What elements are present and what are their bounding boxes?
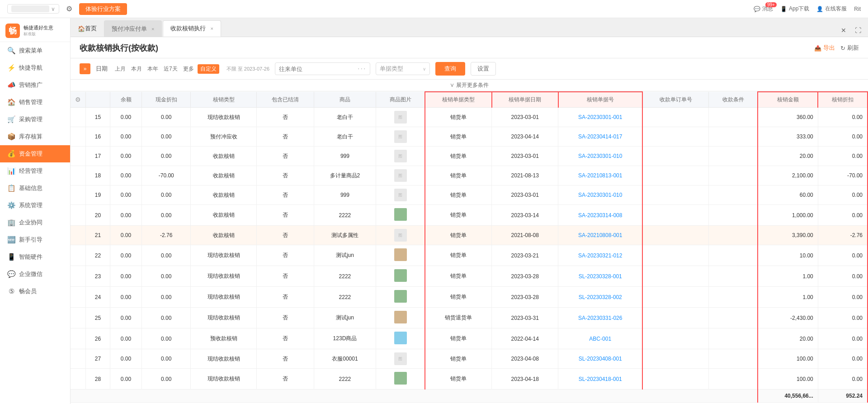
sidebar-item-sales[interactable]: 🏠 销售管理	[0, 94, 70, 111]
tab-close-window-btn[interactable]: ✕	[837, 24, 850, 37]
sidebar-item-system[interactable]: ⚙️ 系统管理	[0, 197, 70, 214]
online-service-btn[interactable]: 👤 在线客服	[816, 5, 847, 13]
filter-date-this-year[interactable]: 本年	[146, 64, 160, 74]
td-receipt-condition	[709, 127, 758, 147]
td-settings	[71, 226, 86, 245]
sidebar-item-search[interactable]: 🔍 搜索菜单	[0, 42, 70, 59]
td-receipt-order-no	[642, 147, 708, 166]
sidebar-item-marketing[interactable]: 📣 营销推广	[0, 76, 70, 94]
th-included-settled: 包含已结清	[256, 92, 314, 108]
td-voucher-date: 2023-03-28	[492, 266, 558, 287]
sidebar-item-guide[interactable]: 🆕 新手引导	[0, 231, 70, 248]
sidebar-item-hardware[interactable]: 📱 智能硬件	[0, 248, 70, 266]
org-chevron-icon: ∨	[51, 6, 55, 12]
settings-icon[interactable]: ⚙	[63, 3, 75, 15]
td-voucher-date: 2022-04-14	[492, 328, 558, 349]
system-icon: ⚙️	[7, 201, 15, 209]
th-seq	[86, 92, 110, 108]
refresh-btn[interactable]: ↻ 刷新	[840, 44, 859, 52]
sidebar-item-finance[interactable]: 💰 资金管理	[0, 145, 70, 162]
th-settings[interactable]: ⚙	[71, 92, 86, 108]
sidebar-label-finance: 资金管理	[19, 150, 42, 158]
td-product: 999	[314, 147, 376, 166]
sidebar-item-quick[interactable]: ⚡ 快捷导航	[0, 59, 70, 76]
td-seq: 22	[86, 245, 110, 266]
td-write-off-type: 现结收款核销	[191, 287, 257, 308]
filter-date-last-month[interactable]: 上月	[113, 64, 127, 74]
sidebar-label-quick: 快捷导航	[19, 64, 42, 72]
member-icon: ⑤	[7, 287, 15, 295]
td-included-settled: 否	[256, 328, 314, 349]
td-cash-discount: 0.00	[142, 287, 191, 308]
td-receipt-order-no	[642, 287, 708, 308]
table-area[interactable]: ⚙ 余额 现金折扣 核销类型 包含已结清 商品 商品图片 核销单据类型 核销单据…	[71, 91, 868, 404]
td-cash-discount: -70.00	[142, 166, 191, 185]
tab-prepay-close[interactable]: ×	[151, 26, 154, 32]
td-product-image: 图	[376, 147, 425, 166]
td-product-image: 图	[376, 166, 425, 185]
tab-prepay-label: 预付冲应付单	[112, 25, 147, 33]
table-row: 24 0.00 0.00 现结收款核销 否 2222 销货单 2023-03-2…	[71, 287, 868, 308]
page-header: 收款核销执行(按收款) 📤 导出 ↻ 刷新	[71, 37, 868, 58]
app-icon: 📱	[780, 6, 787, 12]
user-profile[interactable]: Rit	[854, 6, 861, 12]
td-voucher-date: 2023-03-28	[492, 287, 558, 308]
td-receipt-condition	[709, 166, 758, 185]
td-balance: 0.00	[110, 328, 142, 349]
export-icon: 📤	[814, 45, 821, 52]
table-body: 15 0.00 0.00 现结收款核销 否 老白干 图 销货单 2023-03-…	[71, 108, 868, 390]
tab-expand-btn[interactable]: ⛶	[852, 24, 864, 37]
filter-expand-btn[interactable]: »	[80, 63, 90, 74]
partner-search-input[interactable]	[279, 66, 355, 72]
tab-actions: ✕ ⛶	[837, 24, 868, 37]
logo-text-block: 畅捷通好生意 标准版	[24, 24, 53, 37]
td-product: 999	[314, 185, 376, 205]
col-settings-icon[interactable]: ⚙	[75, 96, 81, 103]
footer-total-discount: 952.24	[818, 390, 868, 403]
app-download-btn[interactable]: 📱 App下载	[780, 5, 809, 13]
filter-date-more[interactable]: 更多	[181, 64, 196, 74]
sidebar-item-inventory[interactable]: 📦 库存核算	[0, 128, 70, 145]
filter-date-label: 日期	[96, 65, 108, 73]
tab-prepay[interactable]: 预付冲应付单 ×	[104, 20, 162, 37]
sidebar-label-purchase: 采购管理	[19, 115, 42, 124]
tab-collection-close[interactable]: ×	[210, 26, 213, 31]
td-cash-discount: 0.00	[142, 369, 191, 390]
td-included-settled: 否	[256, 127, 314, 147]
tab-collection-label: 收款核销执行	[170, 24, 206, 33]
td-voucher-date: 2023-03-01	[492, 108, 558, 127]
filter-date-custom[interactable]: 自定义	[198, 64, 219, 74]
sidebar-item-basic[interactable]: 📋 基础信息	[0, 180, 70, 197]
sidebar-item-wechat[interactable]: 💬 企业微信	[0, 266, 70, 283]
tab-collection[interactable]: 收款核销执行 ×	[163, 20, 221, 37]
td-receipt-order-no	[642, 328, 708, 349]
sidebar-item-enterprise[interactable]: 🏢 企业协同	[0, 214, 70, 231]
message-btn[interactable]: 💬 消息 99+	[754, 5, 773, 13]
td-write-off-type: 收款核销	[191, 226, 257, 245]
td-settings	[71, 185, 86, 205]
tab-home[interactable]: 🏠 首页	[71, 20, 104, 37]
td-included-settled: 否	[256, 245, 314, 266]
table-row: 25 0.00 0.00 现结收款核销 否 测试jun 销货退货单 2023-0…	[71, 308, 868, 328]
td-balance: 0.00	[110, 166, 142, 185]
sidebar-item-purchase[interactable]: 🛒 采购管理	[0, 111, 70, 128]
filter-date-this-month[interactable]: 本月	[129, 64, 144, 74]
sidebar-item-member[interactable]: ⑤ 畅会员	[0, 283, 70, 300]
sidebar-label-member: 畅会员	[19, 287, 37, 295]
td-product-image	[376, 266, 425, 287]
td-write-off-amount: 10.00	[758, 245, 818, 266]
filter-partner-input[interactable]: ···	[275, 62, 370, 75]
query-btn[interactable]: 查询	[435, 62, 465, 76]
expand-more-btn[interactable]: ∨ 展开更多条件	[450, 81, 488, 89]
settings-btn[interactable]: 设置	[471, 62, 496, 76]
filter-voucher-type-select[interactable]: 单据类型 ∨	[376, 62, 430, 75]
industry-btn[interactable]: 体验行业方案	[79, 3, 127, 15]
td-voucher-date: 2023-03-01	[492, 185, 558, 205]
export-btn[interactable]: 📤 导出	[814, 44, 835, 52]
filter-date-7days[interactable]: 近7天	[162, 64, 179, 74]
sidebar-item-business[interactable]: 📊 经营管理	[0, 162, 70, 180]
top-bar-right: 💬 消息 99+ 📱 App下载 👤 在线客服 Rit	[754, 5, 861, 13]
td-voucher-no: SL-20230408-001	[558, 349, 642, 369]
org-selector[interactable]: ∨	[7, 4, 59, 14]
td-write-off-type: 收款核销	[191, 147, 257, 166]
